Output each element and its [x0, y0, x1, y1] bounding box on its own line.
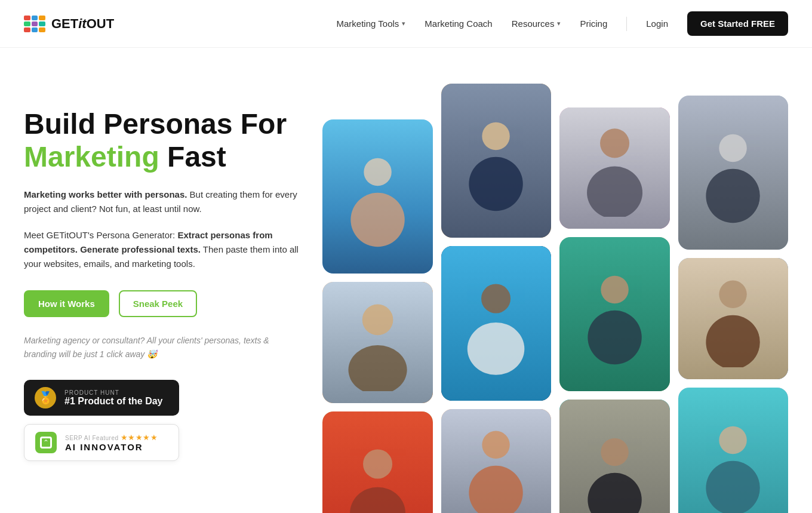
nav-marketing-tools[interactable]: Marketing Tools ▾ [337, 19, 406, 29]
hero-description-2: Meet GETitOUT's Persona Generator: Extra… [24, 228, 299, 271]
sneak-peek-button[interactable]: Sneak Peek [119, 290, 197, 317]
logo-text: GETitOUT [51, 16, 114, 32]
svg-point-0 [364, 158, 391, 186]
hero-title-green: Marketing [24, 141, 159, 173]
how-it-works-button[interactable]: How it Works [24, 290, 109, 317]
hero-section: Build Personas For Marketing Fast Market… [0, 48, 812, 513]
svg-point-8 [481, 284, 510, 314]
logo[interactable]: GETitOUT [24, 16, 114, 32]
svg-point-24 [719, 426, 746, 454]
get-started-button[interactable]: Get Started FREE [687, 11, 788, 36]
svg-point-14 [600, 129, 629, 158]
nav-marketing-coach[interactable]: Marketing Coach [425, 19, 492, 29]
logo-icon [24, 16, 45, 32]
photo-col-3 [559, 107, 670, 513]
chevron-down-icon-2: ▾ [557, 20, 561, 27]
photo-card [441, 409, 552, 513]
hero-title: Build Personas For Marketing Fast [24, 107, 299, 173]
product-hunt-text: PRODUCT HUNT #1 Product of the Day [64, 389, 162, 407]
hero-subtext: Marketing agency or consultant? All your… [24, 334, 299, 361]
photo-col-1 [322, 119, 433, 513]
svg-point-7 [469, 157, 523, 211]
nav-divider [626, 17, 627, 31]
nav-resources[interactable]: Resources ▾ [512, 19, 561, 29]
hero-buttons: How it Works Sneak Peek [24, 290, 299, 317]
svg-point-4 [363, 450, 392, 479]
hero-description-1: Marketing works better with personas. Bu… [24, 188, 299, 216]
svg-point-1 [350, 193, 404, 247]
svg-point-17 [588, 311, 641, 364]
nav-links: Marketing Tools ▾ Marketing Coach Resour… [337, 11, 788, 36]
photo-card [441, 246, 552, 400]
svg-point-21 [706, 169, 760, 223]
chevron-down-icon: ▾ [402, 20, 405, 27]
svg-point-9 [467, 322, 525, 375]
product-hunt-name: #1 Product of the Day [64, 396, 162, 407]
ai-innovator-badge[interactable]: SERP AI Featured ★★★★★ AI INNOVATOR [24, 424, 179, 461]
photo-card [322, 282, 433, 403]
photo-card [559, 400, 670, 513]
photo-card [678, 258, 789, 379]
svg-point-3 [348, 345, 407, 391]
svg-point-10 [482, 431, 509, 458]
ai-badge-name: AI INNOVATOR [65, 442, 158, 452]
photo-card [559, 107, 670, 229]
svg-point-6 [482, 122, 509, 150]
svg-point-5 [350, 487, 405, 513]
nav-pricing[interactable]: Pricing [580, 19, 607, 29]
svg-point-20 [719, 134, 746, 162]
photo-card [678, 96, 789, 250]
navbar: GETitOUT Marketing Tools ▾ Marketing Coa… [0, 0, 812, 48]
star-rating: ★★★★★ [121, 433, 158, 442]
ai-badge-label: SERP AI Featured ★★★★★ [65, 433, 158, 442]
login-link[interactable]: Login [646, 19, 668, 29]
photo-card [322, 119, 433, 274]
photo-grid [322, 84, 788, 513]
svg-point-23 [706, 315, 760, 367]
svg-point-22 [719, 280, 746, 308]
photo-card [322, 411, 433, 513]
photo-card [441, 84, 552, 238]
photo-col-4 [678, 96, 789, 513]
svg-point-18 [601, 438, 628, 466]
photo-card [678, 388, 789, 513]
photo-card [559, 237, 670, 391]
ai-logo-icon [35, 432, 57, 453]
svg-point-19 [588, 473, 641, 513]
product-hunt-label: PRODUCT HUNT [64, 389, 162, 396]
svg-point-15 [587, 167, 642, 217]
product-hunt-icon: 🏅 [35, 387, 56, 408]
ai-badge-text: SERP AI Featured ★★★★★ AI INNOVATOR [65, 433, 158, 452]
svg-point-11 [469, 466, 523, 513]
svg-point-25 [706, 461, 760, 513]
photo-col-2 [441, 84, 552, 513]
svg-point-16 [601, 276, 628, 303]
product-hunt-badge[interactable]: 🏅 PRODUCT HUNT #1 Product of the Day [24, 380, 179, 416]
hero-left: Build Personas For Marketing Fast Market… [24, 84, 299, 461]
svg-point-2 [362, 304, 393, 335]
badges-container: 🏅 PRODUCT HUNT #1 Product of the Day SER… [24, 380, 299, 461]
